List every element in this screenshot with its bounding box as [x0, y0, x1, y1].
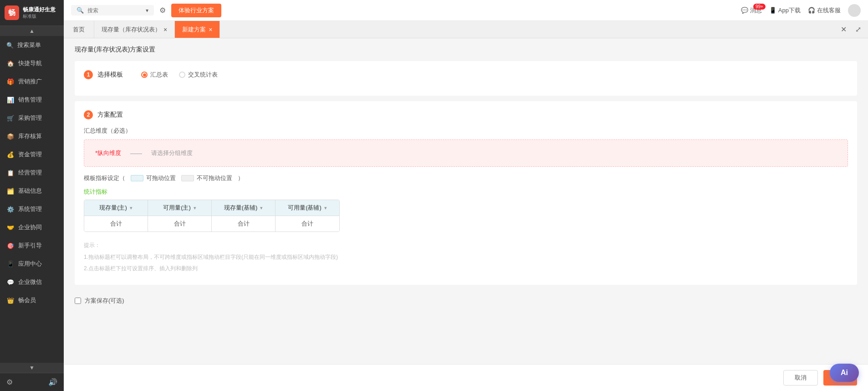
sidebar-item-operations[interactable]: 📋 经营管理	[0, 164, 64, 182]
online-service-button[interactable]: 🎧 在线客服	[808, 6, 841, 15]
sidebar-item-label: 销售管理	[18, 96, 42, 104]
headset-icon: 🎧	[808, 7, 815, 14]
sidebar-item-inventory[interactable]: 📦 库存核算	[0, 127, 64, 145]
step1-card: 1 选择模板 汇总表 交叉统计表	[75, 61, 857, 96]
tab-home[interactable]: 首页	[64, 21, 94, 38]
sidebar-item-member[interactable]: 👑 畅会员	[0, 291, 64, 309]
topbar-search-input[interactable]	[87, 7, 142, 14]
dimension-box[interactable]: *纵向维度 —— 请选择分组维度	[84, 139, 848, 167]
stat-col-3[interactable]: 可用量(基辅) ▾	[276, 200, 339, 216]
stats-table-body: 合计 合计 合计 合计	[84, 216, 339, 232]
sidebar-item-app-center[interactable]: 📱 应用中心	[0, 255, 64, 273]
sidebar-scroll-down[interactable]: ▼	[0, 363, 64, 373]
topbar-right: 💬 消息 99+ 📱 App下载 🎧 在线客服	[741, 4, 861, 17]
topbar-search-icon: 🔍	[77, 7, 84, 14]
ai-bubble-button[interactable]: Ai	[830, 364, 859, 382]
step1-label: 选择模板	[97, 71, 123, 79]
template-options: 汇总表 交叉统计表	[141, 71, 218, 79]
sidebar-item-label: 畅会员	[18, 296, 36, 304]
sidebar-item-finance[interactable]: 💰 资金管理	[0, 145, 64, 164]
sidebar-item-label: 营销推广	[18, 77, 42, 86]
box-icon: 📦	[6, 132, 15, 140]
sidebar-item-label: 采购管理	[18, 114, 42, 122]
gift-icon: 🎁	[6, 77, 15, 86]
tabbar: 首页 现存量（库存状况表） × 新建方案 × ✕ ⤢	[64, 21, 868, 38]
download-icon: 📱	[769, 7, 776, 14]
topbar-search-dropdown[interactable]: ▾	[146, 7, 148, 14]
topbar-gear-button[interactable]: ⚙	[159, 6, 166, 15]
save-label: 方案保存(可选)	[85, 297, 124, 305]
sidebar-item-label: 经营管理	[18, 169, 42, 177]
stat-cell-2: 合计	[212, 216, 276, 232]
sidebar-item-sales[interactable]: 📊 销售管理	[0, 91, 64, 109]
radio-cross-label: 交叉统计表	[188, 71, 218, 79]
mobile-icon: 📱	[6, 260, 15, 268]
folder-icon: 🗂️	[6, 187, 15, 195]
step2-num: 2	[84, 110, 93, 119]
sidebar-logo: 畅 畅康通好生意 标准版	[0, 0, 64, 26]
sidebar-item-label: 库存核算	[18, 132, 42, 140]
footer-settings-icon[interactable]: ⚙	[6, 378, 13, 386]
template-option-summary[interactable]: 汇总表	[141, 71, 168, 79]
target-icon: 🎯	[6, 242, 15, 250]
app-logo-icon: 畅	[5, 5, 19, 20]
sidebar-item-system[interactable]: ⚙️ 系统管理	[0, 200, 64, 218]
non-draggable-legend: 不可拖动位置	[181, 174, 232, 182]
sidebar-item-label: 资金管理	[18, 150, 42, 159]
sidebar-item-label: 系统管理	[18, 205, 42, 213]
sidebar-item-purchase[interactable]: 🛒 采购管理	[0, 109, 64, 127]
save-row: 方案保存(可选)	[75, 292, 857, 309]
indicator-settings-prefix: 模板指标设定（	[84, 174, 125, 182]
topbar-left: 🔍 ▾ ⚙ 体验行业方案	[71, 4, 221, 17]
save-checkbox[interactable]	[75, 298, 81, 304]
template-option-cross[interactable]: 交叉统计表	[179, 71, 218, 79]
stat-col-2[interactable]: 现存量(基辅) ▾	[212, 200, 276, 216]
step1-num: 1	[84, 70, 93, 79]
user-avatar[interactable]	[848, 4, 861, 17]
stat-col-1[interactable]: 可用量(主) ▾	[148, 200, 212, 216]
chart-icon: 📊	[6, 96, 15, 104]
dim-separator: ——	[130, 150, 142, 157]
sidebar-search[interactable]: 🔍 搜索菜单	[0, 36, 64, 54]
sidebar: 畅 畅康通好生意 标准版 ▲ 🔍 搜索菜单 🏠 快捷导航 🎁 营销推广 📊 销售…	[0, 0, 64, 391]
col-label-2: 现存量(基辅)	[224, 204, 258, 212]
stats-table-header: 现存量(主) ▾ 可用量(主) ▾ 现存量(基辅) ▾ 可用量(基辅)	[84, 200, 339, 216]
cancel-button[interactable]: 取消	[783, 370, 818, 386]
trial-button[interactable]: 体验行业方案	[171, 4, 221, 17]
sidebar-footer: ⚙ 🔊	[0, 373, 64, 391]
clipboard-icon: 📋	[6, 169, 15, 177]
tab-new-scheme-close[interactable]: ×	[209, 26, 212, 33]
sidebar-item-basic-info[interactable]: 🗂️ 基础信息	[0, 182, 64, 200]
search-label: 搜索菜单	[17, 41, 41, 49]
topbar: 🔍 ▾ ⚙ 体验行业方案 💬 消息 99+ 📱 App下载 🎧 在线客服	[64, 0, 868, 21]
app-name: 畅康通好生意 标准版	[23, 6, 56, 20]
sidebar-item-cooperation[interactable]: 🤝 企业协同	[0, 218, 64, 237]
message-button[interactable]: 💬 消息 99+	[741, 6, 762, 15]
col-arrow-0: ▾	[130, 205, 133, 211]
search-icon: 🔍	[6, 42, 14, 49]
sidebar-item-quick-nav[interactable]: 🏠 快捷导航	[0, 54, 64, 72]
stat-cell-3: 合计	[276, 216, 339, 232]
crown-icon: 👑	[6, 296, 15, 304]
footer-audio-icon[interactable]: 🔊	[48, 378, 57, 386]
settings-icon: ⚙️	[6, 205, 15, 213]
message-icon: 💬	[741, 7, 748, 14]
tab-new-scheme[interactable]: 新建方案 ×	[175, 21, 220, 38]
tab-expand-button[interactable]: ⤢	[852, 23, 864, 36]
sidebar-item-new-user[interactable]: 🎯 新手引导	[0, 237, 64, 255]
indicator-settings: 模板指标设定（ 可拖动位置 不可拖动位置 ）	[84, 174, 848, 182]
sidebar-item-wechat[interactable]: 💬 企业微信	[0, 273, 64, 291]
tab-close-window-button[interactable]: ✕	[837, 23, 850, 36]
footer-bar: 取消 查询	[64, 364, 868, 391]
app-download-button[interactable]: 📱 App下载	[769, 6, 801, 15]
sidebar-item-label: 企业微信	[18, 278, 42, 286]
sidebar-scroll-up[interactable]: ▲	[0, 26, 64, 36]
tab-inventory-close[interactable]: ×	[163, 26, 167, 33]
tab-inventory-status[interactable]: 现存量（库存状况表） ×	[94, 21, 175, 38]
sidebar-item-label: 基础信息	[18, 187, 42, 195]
stat-col-0[interactable]: 现存量(主) ▾	[84, 200, 148, 216]
tip-2: 2.点击标题栏下拉可设置排序、插入列和删除列	[84, 264, 848, 274]
sidebar-item-marketing[interactable]: 🎁 营销推广	[0, 72, 64, 91]
col-arrow-2: ▾	[260, 205, 263, 211]
sidebar-nav: 🏠 快捷导航 🎁 营销推广 📊 销售管理 🛒 采购管理 📦 库存核算 💰 资金管…	[0, 54, 64, 363]
